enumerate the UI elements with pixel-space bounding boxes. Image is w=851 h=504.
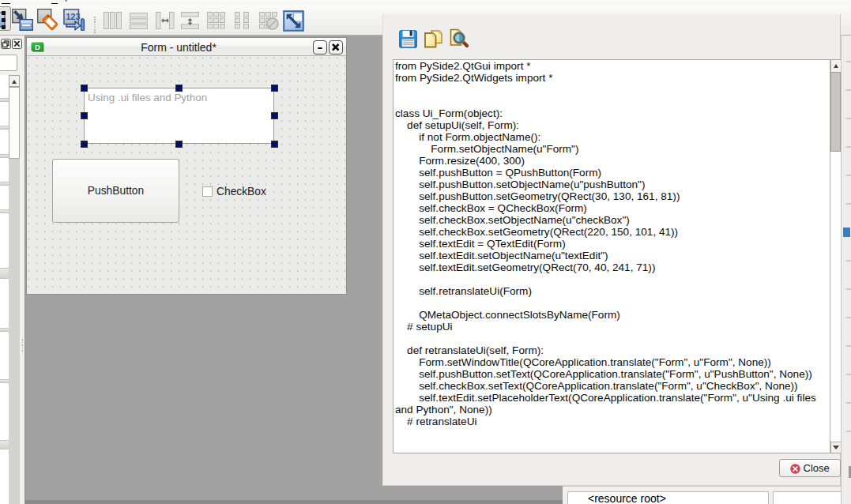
svg-text:123: 123	[66, 12, 80, 21]
svg-text:D: D	[35, 43, 40, 51]
